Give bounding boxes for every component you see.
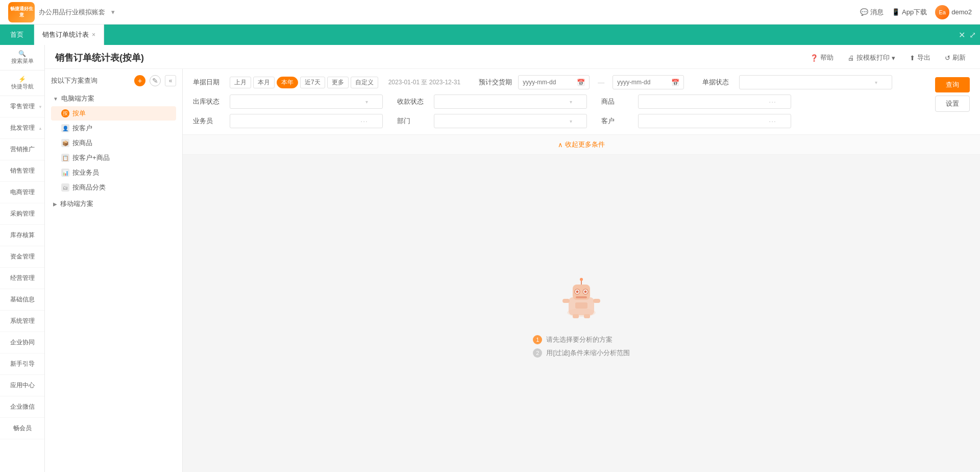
- date-btn-this-year[interactable]: 本年: [277, 77, 298, 88]
- date-label: 单据日期: [193, 78, 224, 87]
- page-title: 销售订单统计表(按单): [55, 52, 144, 64]
- date-btn-custom[interactable]: 自定义: [351, 77, 378, 88]
- sidebar-item-system[interactable]: 系统管理: [0, 311, 44, 332]
- scheme-item-by-goods[interactable]: 📦 按商品: [51, 136, 176, 150]
- out-status-label: 出库状态: [193, 97, 224, 106]
- sidebar-item-marketing[interactable]: 营销推广: [0, 139, 44, 160]
- sidebar-item-member[interactable]: 畅会员: [0, 418, 44, 439]
- query-tip-1: 1 请先选择要分析的方案: [533, 335, 629, 344]
- scheme-item-icon-salesman: 📊: [61, 169, 69, 177]
- sidebar-item-newuser[interactable]: 新手引导: [0, 353, 44, 375]
- svg-rect-10: [562, 299, 570, 303]
- empty-state-icon: [553, 269, 609, 327]
- svg-point-5: [576, 291, 578, 293]
- edit-scheme-btn[interactable]: ✎: [150, 75, 161, 86]
- salesman-select[interactable]: ···: [230, 114, 383, 128]
- salesman-label: 业务员: [193, 116, 224, 126]
- date-btn-last-month[interactable]: 上月: [230, 77, 251, 88]
- sidebar-shortcut[interactable]: ⚡ 快捷导航: [0, 70, 44, 96]
- topbar-left: 畅捷通好生意 办公用品行业模拟账套 ▾: [8, 2, 115, 22]
- query-area-inner: 1 请先选择要分析的方案 2 用[过滤]条件来缩小分析范围: [533, 269, 629, 358]
- filter-row-2: 出库状态 ▾ 收款状态 ▾ 商品: [193, 95, 929, 109]
- collapse-bar[interactable]: ∧ 收起更多条件: [183, 135, 980, 155]
- topbar-right: 💬 消息 📱 App下载 Ea demo2: [860, 5, 972, 19]
- sidebar-item-appcenter[interactable]: 应用中心: [0, 375, 44, 396]
- message-icon: 💬: [860, 8, 868, 16]
- query-btn[interactable]: 查询: [935, 77, 970, 92]
- sidebar-item-basic[interactable]: 基础信息: [0, 289, 44, 311]
- date-btn-group: 上月 本月 本年 近7天 更多 自定义: [230, 77, 378, 88]
- scheme-item-by-category[interactable]: 🗂 按商品分类: [51, 180, 176, 195]
- calendar-start-icon[interactable]: 📅: [573, 79, 589, 86]
- window-close-icon[interactable]: ✕: [959, 30, 965, 40]
- right-panel: 单据日期 上月 本月 本年 近7天 更多 自定义 2023-01-01 至 20…: [183, 69, 980, 472]
- tab-sales-statistics[interactable]: 销售订单统计表 ×: [34, 25, 104, 45]
- page-header: 销售订单统计表(按单) ❓ 帮助 🖨 按模板打印 ▾ ⬆ 导出 ↺ 刷新: [45, 45, 980, 69]
- scheme-group-toggle: ▼: [53, 96, 58, 102]
- date-btn-this-month[interactable]: 本月: [253, 77, 275, 88]
- sidebar-item-purchase[interactable]: 采购管理: [0, 203, 44, 225]
- message-btn[interactable]: 💬 消息: [860, 8, 884, 17]
- tabbar: 首页 销售订单统计表 × ✕ ⤢: [0, 25, 980, 45]
- export-btn[interactable]: ⬆ 导出: [905, 51, 935, 64]
- window-expand-icon[interactable]: ⤢: [969, 30, 976, 40]
- refresh-btn[interactable]: ↺ 刷新: [941, 51, 970, 64]
- sidebar-item-wholesale[interactable]: 批发管理: [0, 117, 44, 139]
- out-status-arrow: ▾: [365, 99, 368, 105]
- scheme-item-by-order[interactable]: 按 按单: [51, 106, 176, 121]
- avatar: Ea: [935, 5, 949, 19]
- predicted-date-end[interactable]: [613, 77, 667, 88]
- goods-select[interactable]: ···: [638, 95, 791, 109]
- collapse-scheme-btn[interactable]: «: [165, 75, 176, 86]
- filter-row-1: 单据日期 上月 本月 本年 近7天 更多 自定义 2023-01-01 至 20…: [193, 75, 929, 89]
- customer-select[interactable]: ···: [638, 114, 791, 128]
- sidebar-item-operation[interactable]: 经营管理: [0, 268, 44, 289]
- sidebar-item-ecommerce[interactable]: 电商管理: [0, 182, 44, 203]
- predicted-date-start[interactable]: [519, 77, 573, 88]
- header-actions: ❓ 帮助 🖨 按模板打印 ▾ ⬆ 导出 ↺ 刷新: [806, 51, 970, 64]
- help-btn[interactable]: ❓ 帮助: [806, 51, 838, 64]
- filter-row-3: 业务员 ··· 部门 ▾ 客户: [193, 114, 929, 128]
- tab-close-btn[interactable]: ×: [92, 31, 95, 38]
- sidebar-item-inventory[interactable]: 库存核算: [0, 225, 44, 246]
- query-tip-2: 2 用[过滤]条件来缩小分析范围: [533, 348, 629, 358]
- dept-select[interactable]: ▾: [434, 114, 587, 128]
- add-scheme-btn[interactable]: +: [134, 75, 145, 86]
- settings-btn[interactable]: 设置: [935, 96, 970, 112]
- predicted-date-start-wrapper: 📅: [518, 75, 590, 89]
- sidebar-item-wechat[interactable]: 企业微信: [0, 396, 44, 418]
- scheme-item-by-customer[interactable]: 👤 按客户: [51, 121, 176, 135]
- scheme-group-pc-header[interactable]: ▼ 电脑端方案: [51, 91, 176, 106]
- app-download-btn[interactable]: 📱 App下载: [892, 8, 927, 17]
- sidebar-item-sales[interactable]: 销售管理: [0, 160, 44, 182]
- status-select-arrow: ▾: [875, 80, 877, 85]
- sidebar-search[interactable]: 🔍 搜索菜单: [0, 45, 44, 70]
- main-layout: 🔍 搜索菜单 ⚡ 快捷导航 零售管理 批发管理 营销推广 销售管理 电商管理 采…: [0, 45, 980, 472]
- out-status-select[interactable]: ▾: [230, 95, 383, 109]
- pay-status-select[interactable]: ▾: [434, 95, 587, 109]
- calendar-end-icon[interactable]: 📅: [667, 79, 683, 86]
- svg-rect-14: [584, 314, 590, 318]
- scheme-section: ▼ 电脑端方案 按 按单 👤 按客户 📦 按: [51, 91, 176, 211]
- scheme-item-by-salesman[interactable]: 📊 按业务员: [51, 166, 176, 180]
- sidebar-item-enterprise[interactable]: 企业协同: [0, 332, 44, 353]
- date-range-text: 2023-01-01 至 2023-12-31: [388, 78, 460, 87]
- filter-area: 单据日期 上月 本月 本年 近7天 更多 自定义 2023-01-01 至 20…: [183, 69, 980, 135]
- date-btn-7days[interactable]: 近7天: [300, 77, 325, 88]
- filter-panel-header-actions: + ✎ «: [134, 75, 176, 86]
- scheme-item-icon-goods: 📦: [61, 139, 69, 147]
- scheme-item-by-customer-goods[interactable]: 📋 按客户+商品: [51, 151, 176, 165]
- sidebar-item-retail[interactable]: 零售管理: [0, 96, 44, 117]
- shortcut-icon: ⚡: [18, 76, 26, 83]
- username: demo2: [951, 8, 972, 16]
- sidebar-item-finance[interactable]: 资金管理: [0, 246, 44, 268]
- topbar-dropdown-icon[interactable]: ▾: [111, 8, 115, 16]
- scheme-group-mobile-header[interactable]: ▶ 移动端方案: [51, 197, 176, 211]
- scheme-mobile-toggle: ▶: [53, 201, 57, 207]
- tabbar-right: ✕ ⤢: [959, 30, 980, 40]
- tab-home[interactable]: 首页: [0, 25, 34, 45]
- date-btn-more[interactable]: 更多: [327, 77, 349, 88]
- user-menu[interactable]: Ea demo2: [935, 5, 972, 19]
- status-select[interactable]: ▾: [739, 75, 892, 89]
- print-btn[interactable]: 🖨 按模板打印 ▾: [844, 51, 899, 64]
